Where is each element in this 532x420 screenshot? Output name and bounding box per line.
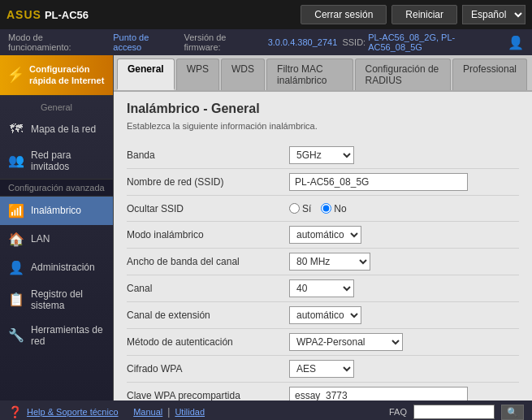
value-wireless-mode: automático xyxy=(289,226,519,244)
syslog-icon: 📋 xyxy=(8,292,24,307)
section-title: Inalámbrico - General xyxy=(127,102,519,116)
value-auth-method: WPA2-PersonalWPA-PersonalOpen System xyxy=(289,333,519,351)
sidebar-section-general: General xyxy=(0,95,113,115)
ssid-label: SSID: xyxy=(342,37,365,47)
field-ssid: Nombre de red (SSID) xyxy=(127,169,519,196)
field-ext-channel: Canal de extensión automático xyxy=(127,302,519,329)
sidebar-label-nettools: Herramientas de red xyxy=(31,324,105,347)
field-channel: Canal 40364448 xyxy=(127,275,519,302)
tab-mac-filter[interactable]: Filtro MAC inalámbrico xyxy=(266,58,353,90)
value-banda: 5GHz2.4GHz xyxy=(289,146,519,164)
top-buttons: Cerrar sesión Reiniciar Español xyxy=(301,5,526,24)
bottom-left: ❓ Help & Soporte técnico Manual | Utilid… xyxy=(8,405,205,418)
sidebar-item-nettools[interactable]: 🔧 Herramientas de red xyxy=(0,318,113,353)
value-hide-ssid: Sí No xyxy=(289,203,519,214)
sidebar-item-guest-network[interactable]: 👥 Red para invitados xyxy=(0,143,113,179)
sidebar-item-admin[interactable]: 👤 Administración xyxy=(0,253,113,282)
select-channel[interactable]: 40364448 xyxy=(289,279,354,297)
sidebar-item-lan[interactable]: 🏠 LAN xyxy=(0,225,113,253)
help-icon: ❓ xyxy=(8,405,22,418)
nettools-icon: 🔧 xyxy=(8,327,24,343)
sidebar-quick-internet[interactable]: ⚡ Configuraciónrápida de Internet xyxy=(0,55,113,95)
select-wpa-encryption[interactable]: AESTKIP xyxy=(289,360,354,378)
tab-wds[interactable]: WDS xyxy=(221,58,265,90)
logout-button[interactable]: Cerrar sesión xyxy=(301,5,387,24)
select-bandwidth[interactable]: 80 MHz40 MHz20 MHz xyxy=(289,253,370,271)
sidebar-label-wireless: Inalámbrico xyxy=(31,205,81,216)
field-bandwidth: Ancho de banda del canal 80 MHz40 MHz20 … xyxy=(127,249,519,275)
label-auth-method: Método de autenticación xyxy=(127,336,289,348)
field-wireless-mode: Modo inalámbrico automático xyxy=(127,222,519,249)
nav-manual[interactable]: Manual xyxy=(133,407,162,417)
input-wpa-key[interactable] xyxy=(289,387,468,401)
wireless-icon: 📶 xyxy=(8,203,24,219)
field-hide-ssid: Ocultar SSID Sí No xyxy=(127,196,519,222)
sidebar: ⚡ Configuraciónrápida de Internet Genera… xyxy=(0,55,114,401)
radio-no-label[interactable]: No xyxy=(321,203,346,214)
mode-value: Punto de acceso xyxy=(113,32,179,52)
tab-wps[interactable]: WPS xyxy=(176,58,219,90)
value-bandwidth: 80 MHz40 MHz20 MHz xyxy=(289,253,519,271)
tab-general[interactable]: General xyxy=(117,58,175,90)
radio-no[interactable] xyxy=(321,203,331,214)
field-wpa-encryption: Cifrado WPA AESTKIP xyxy=(127,356,519,383)
asus-logo: ASUS PL-AC56 xyxy=(6,8,89,21)
label-wpa-encryption: Cifrado WPA xyxy=(127,363,289,375)
sidebar-label-admin: Administración xyxy=(31,262,95,273)
label-wpa-key: Clave WPA precompartida xyxy=(127,390,289,401)
bottom-right: FAQ 🔍 xyxy=(389,405,524,420)
sidebar-item-wireless[interactable]: 📶 Inalámbrico xyxy=(0,197,113,225)
select-banda[interactable]: 5GHz2.4GHz xyxy=(289,146,354,164)
fw-label: Versión de firmware: xyxy=(184,32,264,52)
sidebar-item-syslog[interactable]: 📋 Registro del sistema xyxy=(0,282,113,318)
value-wpa-encryption: AESTKIP xyxy=(289,360,519,378)
main-layout: ⚡ Configuraciónrápida de Internet Genera… xyxy=(0,55,532,401)
lan-icon: 🏠 xyxy=(8,232,24,247)
value-ssid xyxy=(289,173,519,191)
top-bar: ASUS PL-AC56 Cerrar sesión Reiniciar Esp… xyxy=(0,0,532,29)
model-text: PL-AC56 xyxy=(45,9,89,21)
admin-icon: 👤 xyxy=(8,260,24,275)
field-wpa-key: Clave WPA precompartida xyxy=(127,383,519,401)
radio-si-label[interactable]: Sí xyxy=(289,203,311,214)
label-ext-channel: Canal de extensión xyxy=(127,310,289,321)
nav-utilidad[interactable]: Utilidad xyxy=(175,407,205,417)
content-inner: Inalámbrico - General Establezca la sigu… xyxy=(114,92,532,401)
field-auth-method: Método de autenticación WPA2-PersonalWPA… xyxy=(127,329,519,356)
network-map-icon: 🗺 xyxy=(8,122,24,136)
sidebar-item-network-map[interactable]: 🗺 Mapa de la red xyxy=(0,115,113,143)
sidebar-label-network-map: Mapa de la red xyxy=(31,123,96,135)
tab-radius[interactable]: Configuración de RADIUS xyxy=(355,58,451,90)
field-banda: Banda 5GHz2.4GHz xyxy=(127,142,519,169)
input-ssid[interactable] xyxy=(289,173,468,191)
label-banda: Banda xyxy=(127,149,289,161)
select-auth-method[interactable]: WPA2-PersonalWPA-PersonalOpen System xyxy=(289,333,403,351)
sidebar-section-advanced: Configuración avanzada xyxy=(0,179,113,197)
label-bandwidth: Ancho de banda del canal xyxy=(127,256,289,267)
faq-label: FAQ xyxy=(389,407,407,417)
help-link[interactable]: Help & Soporte técnico xyxy=(27,407,119,417)
search-button[interactable]: 🔍 xyxy=(501,405,524,420)
select-wireless-mode[interactable]: automático xyxy=(289,226,361,244)
content-area: General WPS WDS Filtro MAC inalámbrico C… xyxy=(114,55,532,401)
restart-button[interactable]: Reiniciar xyxy=(391,5,457,24)
quick-label: Configuraciónrápida de Internet xyxy=(29,63,104,87)
tab-professional[interactable]: Professional xyxy=(452,58,527,90)
select-ext-channel[interactable]: automático xyxy=(289,306,361,324)
sidebar-label-lan: LAN xyxy=(31,233,50,245)
label-ssid: Nombre de red (SSID) xyxy=(127,176,289,188)
bottom-bar: ❓ Help & Soporte técnico Manual | Utilid… xyxy=(0,401,532,420)
sidebar-label-syslog: Registro del sistema xyxy=(31,288,105,311)
language-select[interactable]: Español xyxy=(462,5,526,24)
value-wpa-key xyxy=(289,387,519,401)
tab-bar: General WPS WDS Filtro MAC inalámbrico C… xyxy=(114,55,532,92)
ssid-value: PL-AC56_08_2G, PL-AC56_08_5G xyxy=(368,32,508,52)
value-channel: 40364448 xyxy=(289,279,519,297)
mode-label: Modo de funcionamiento: xyxy=(8,32,107,52)
asus-logo-text: ASUS xyxy=(6,8,41,21)
quick-icon: ⚡ xyxy=(6,66,24,84)
nav-sep: | xyxy=(167,406,170,418)
search-input[interactable] xyxy=(413,405,495,419)
radio-si[interactable] xyxy=(289,203,300,214)
section-subtitle: Establezca la siguiente información inal… xyxy=(127,121,519,131)
